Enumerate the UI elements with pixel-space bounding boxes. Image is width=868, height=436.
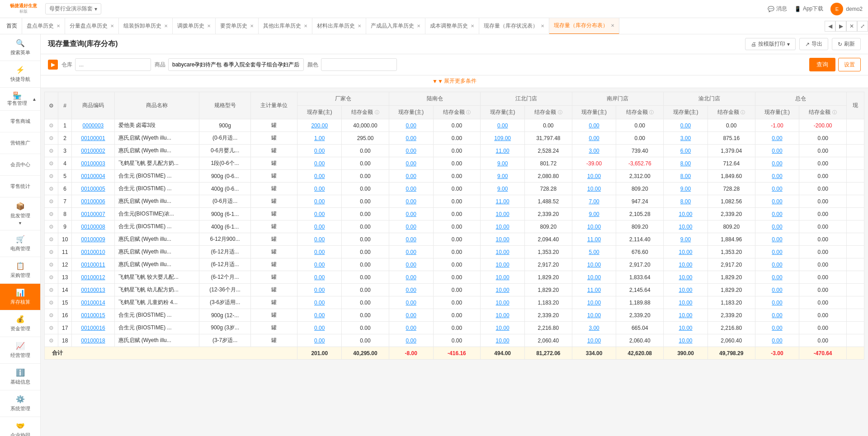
cell-t-qty[interactable]: 0.00 [755, 195, 799, 208]
cell-code[interactable]: 00100010 [72, 246, 114, 258]
cell-t-qty[interactable]: 0.00 [755, 258, 799, 271]
cell-n-qty[interactable]: 10.00 [572, 309, 616, 322]
cell-settings[interactable]: ⚙ [45, 334, 58, 347]
cell-j-qty[interactable]: 0.00 [481, 119, 525, 132]
sidebar-item-retail-stat[interactable]: 零售统计 [0, 176, 40, 197]
cell-settings[interactable]: ⚙ [45, 119, 58, 132]
filter-expand-btn[interactable]: ▶ [48, 60, 58, 70]
cell-settings[interactable]: ⚙ [45, 322, 58, 334]
cell-y-qty[interactable]: 3.00 [664, 132, 708, 145]
cell-code[interactable]: 00100006 [72, 195, 114, 208]
tab-product-inbound[interactable]: 产成品入库单历史 ✕ [366, 18, 425, 34]
close-icon[interactable]: ✕ [541, 23, 544, 28]
cell-y-qty[interactable]: 10.00 [664, 296, 708, 309]
cell-y-qty[interactable]: 8.00 [664, 195, 708, 208]
cell-n-qty[interactable]: 11.00 [572, 284, 616, 296]
cell-f-qty[interactable]: 0.00 [297, 220, 342, 233]
tab-home[interactable]: 首页 [2, 18, 22, 34]
cell-y-qty[interactable]: 0.00 [664, 119, 708, 132]
cell-f-qty[interactable]: 0.00 [297, 284, 342, 296]
cell-t-qty[interactable]: 0.00 [755, 183, 799, 195]
cell-n-qty[interactable]: 10.00 [572, 271, 616, 284]
cell-code[interactable]: 00100008 [72, 220, 114, 233]
tab-split-history[interactable]: 分量盘点单历史 ✕ [65, 18, 119, 34]
cell-l-qty[interactable]: 0.00 [389, 334, 433, 347]
cell-settings[interactable]: ⚙ [45, 145, 58, 157]
cell-t-qty[interactable]: -1.00 [755, 119, 799, 132]
cell-settings[interactable]: ⚙ [45, 220, 58, 233]
cell-j-qty[interactable]: 10.00 [481, 208, 525, 220]
cell-f-qty[interactable]: 0.00 [297, 170, 342, 183]
nav-prev-btn[interactable]: ◀ [825, 21, 835, 32]
cell-l-qty[interactable]: 0.00 [389, 322, 433, 334]
tab-stock-distribution[interactable]: 现存量（库存分布表） ✕ [549, 18, 619, 34]
cell-l-qty[interactable]: 0.00 [389, 220, 433, 233]
tab-outbound-history[interactable]: 其他出库单历史 ✕ [259, 18, 312, 34]
cell-code[interactable]: 00100012 [72, 271, 114, 284]
close-icon[interactable]: ✕ [611, 23, 614, 28]
nav-next-btn[interactable]: ▶ [835, 21, 846, 32]
close-icon[interactable]: ✕ [110, 23, 114, 28]
cell-t-qty[interactable]: 0.00 [755, 334, 799, 347]
cell-settings[interactable]: ⚙ [45, 296, 58, 309]
print-btn[interactable]: 🖨 按模版打印 ▾ [745, 38, 796, 50]
cell-n-qty[interactable]: 10.00 [572, 258, 616, 271]
cell-settings[interactable]: ⚙ [45, 183, 58, 195]
close-icon[interactable]: ✕ [164, 23, 168, 28]
nav-expand-btn[interactable]: ⤢ [857, 21, 868, 32]
cell-n-qty[interactable]: 5.00 [572, 246, 616, 258]
sidebar-item-wholesale[interactable]: 📦 批发管理 ▼ [0, 197, 40, 230]
cell-n-qty[interactable]: 0.00 [572, 132, 616, 145]
cell-settings[interactable]: ⚙ [45, 271, 58, 284]
cell-f-qty[interactable]: 0.00 [297, 309, 342, 322]
nav-close-all-btn[interactable]: ✕ [846, 21, 857, 32]
cell-t-qty[interactable]: 0.00 [755, 296, 799, 309]
query-btn[interactable]: 查询 [809, 58, 835, 71]
cell-y-qty[interactable]: 10.00 [664, 208, 708, 220]
cell-y-qty[interactable]: 10.00 [664, 220, 708, 233]
cell-code[interactable]: 00100004 [72, 170, 114, 183]
cell-n-qty[interactable]: 10.00 [572, 296, 616, 309]
cell-n-qty[interactable]: 3.00 [572, 322, 616, 334]
export-btn[interactable]: ↗ 导出 [799, 38, 828, 50]
cell-t-qty[interactable]: 0.00 [755, 208, 799, 220]
refresh-btn[interactable]: ↻ 刷新 [832, 38, 861, 50]
cell-n-qty[interactable]: 11.00 [572, 233, 616, 246]
cell-j-qty[interactable]: 11.00 [481, 195, 525, 208]
cell-t-qty[interactable]: 0.00 [755, 132, 799, 145]
cell-t-qty[interactable]: 0.00 [755, 322, 799, 334]
cell-settings[interactable]: ⚙ [45, 246, 58, 258]
cell-l-qty[interactable]: 0.00 [389, 246, 433, 258]
cell-j-qty[interactable]: 10.00 [481, 322, 525, 334]
cell-code[interactable]: 00100011 [72, 258, 114, 271]
cell-settings[interactable]: ⚙ [45, 132, 58, 145]
sidebar-item-marketing[interactable]: 营销推广 [0, 132, 40, 154]
sidebar-item-mall[interactable]: 零售商城 [0, 111, 40, 132]
cell-code[interactable]: 00100001 [72, 132, 114, 145]
setting-btn[interactable]: 设置 [838, 58, 861, 71]
cell-y-qty[interactable]: 6.00 [664, 145, 708, 157]
table-container[interactable]: ⚙ # 商品编码 商品名称 规格型号 主计量单位 厂家仓 陆南仓 江北门店 南岸… [41, 88, 868, 436]
cell-j-qty[interactable]: 109.00 [481, 132, 525, 145]
close-icon[interactable]: ✕ [57, 23, 60, 28]
cell-l-qty[interactable]: 0.00 [389, 258, 433, 271]
cell-j-qty[interactable]: 10.00 [481, 220, 525, 233]
cell-j-qty[interactable]: 10.00 [481, 258, 525, 271]
warehouse-input[interactable] [75, 58, 151, 71]
cell-j-qty[interactable]: 9.00 [481, 183, 525, 195]
th-settings[interactable]: ⚙ [45, 92, 58, 119]
cell-settings[interactable]: ⚙ [45, 309, 58, 322]
cell-f-qty[interactable]: 0.00 [297, 258, 342, 271]
cell-n-qty[interactable]: 10.00 [572, 183, 616, 195]
sidebar-item-cooperation[interactable]: 🤝 企业协同 [0, 417, 40, 436]
cell-j-qty[interactable]: 10.00 [481, 309, 525, 322]
msg-btn[interactable]: 💬 消息 [768, 5, 787, 13]
cell-code[interactable]: 00100007 [72, 208, 114, 220]
sidebar-item-retail[interactable]: 🏪 零售管理 ▲ [0, 88, 40, 111]
tab-assembly-history[interactable]: 组装拆卸单历史 ✕ [119, 18, 173, 34]
cell-j-qty[interactable]: 10.00 [481, 284, 525, 296]
close-icon[interactable]: ✕ [250, 23, 254, 28]
cell-f-qty[interactable]: 0.00 [297, 246, 342, 258]
sidebar-item-quicknav[interactable]: ⚡ 快捷导航 [0, 61, 40, 88]
cell-code[interactable]: 0000003 [72, 119, 114, 132]
